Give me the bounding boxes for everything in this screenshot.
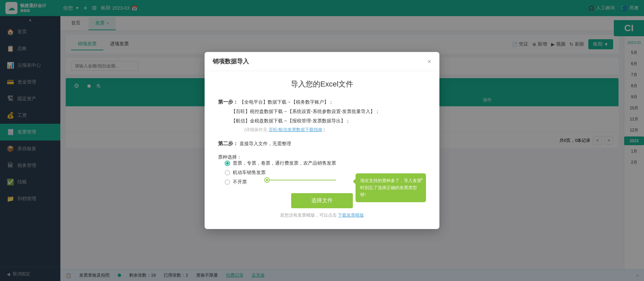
tooltip-close-btn[interactable]: × xyxy=(421,175,423,183)
step1-line2: 【百旺】税控盘数据下载→【系统设置-系统参数设置-发票批量导入】； xyxy=(231,109,380,114)
select-file-button[interactable]: 选择文件 xyxy=(291,193,353,208)
tooltip-line xyxy=(269,180,336,180)
step1-line1: 【全电平台】数据下载→【税务数字账户】； xyxy=(239,99,333,105)
step2-row: 第二步： 直接导入文件，无需整理 xyxy=(218,139,426,148)
tooltip-dot xyxy=(265,178,269,182)
modal-header: 销项数据导入 × xyxy=(205,52,439,71)
modal-close-button[interactable]: × xyxy=(427,58,431,65)
radio-motor-label: 机动车销售发票 xyxy=(233,170,266,176)
step1-line3: 【航信】金税盘数据下载→【报税管理-发票数据导出】； xyxy=(231,118,350,123)
step1-link-suffix: ) xyxy=(323,127,325,132)
radio-general-label: 普票，专票，卷票，通行费发票，农产品销售发票 xyxy=(233,160,336,166)
tooltip-bubble: × 现在支持的票种多了，导入发票时别忘了选择正确的发票类型呀! xyxy=(356,173,426,202)
radio-general-circle xyxy=(225,161,230,166)
step1-guide-link[interactable]: 百旺/航信发票数据下载指南 xyxy=(269,127,322,132)
radio-motor-circle xyxy=(225,170,230,175)
modal-overlay: 销项数据导入 × 导入您的Excel文件 第一步： 【全电平台】数据下载→【税务… xyxy=(0,0,644,281)
modal-body: 导入您的Excel文件 第一步： 【全电平台】数据下载→【税务数字账户】； 【百… xyxy=(205,71,439,229)
step1-link-prefix: (详细操作见 xyxy=(244,127,267,132)
step2-content: 直接导入文件，无需整理 xyxy=(239,141,291,146)
window-maximize-btn[interactable]: □ xyxy=(616,1,630,15)
template-link-row: 若您没有发票模版，可以点击 下载发票模版 xyxy=(218,212,426,218)
window-controls: — □ × xyxy=(599,0,644,15)
modal-main-title: 导入您的Excel文件 xyxy=(218,79,426,89)
ticket-label: 票种选择： xyxy=(218,154,241,160)
step2-label: 第二步： xyxy=(218,140,238,146)
tooltip-text: 现在支持的票种多了，导入发票时别忘了选择正确的发票类型呀! xyxy=(360,178,421,197)
radio-no-invoice-label: 不开票 xyxy=(233,179,247,185)
step1-label: 第一步： xyxy=(218,99,238,105)
ticket-select-row: 票种选择： 普票，专票，卷票，通行费发票，农产品销售发票 × 现在支持的票种多了… xyxy=(218,154,426,185)
radio-group: 普票，专票，卷票，通行费发票，农产品销售发票 × 现在支持的票种多了，导入发票时… xyxy=(218,160,426,185)
modal-title: 销项数据导入 xyxy=(213,57,249,65)
modal-dialog: 销项数据导入 × 导入您的Excel文件 第一步： 【全电平台】数据下载→【税务… xyxy=(205,52,439,229)
template-download-link[interactable]: 下载发票模版 xyxy=(338,213,364,218)
radio-general[interactable]: 普票，专票，卷票，通行费发票，农产品销售发票 × 现在支持的票种多了，导入发票时… xyxy=(225,160,426,166)
template-prefix: 若您没有发票模版，可以点击 xyxy=(280,213,337,218)
radio-no-invoice-circle xyxy=(225,179,230,185)
step1-content: 【全电平台】数据下载→【税务数字账户】； 【百旺】税控盘数据下载→【系统设置-系… xyxy=(218,99,380,123)
step1-row: 第一步： 【全电平台】数据下载→【税务数字账户】； 【百旺】税控盘数据下载→【系… xyxy=(218,97,426,133)
step1-link-row: (详细操作见 百旺/航信发票数据下载指南 ) xyxy=(218,127,426,133)
window-close-btn[interactable]: × xyxy=(630,0,644,15)
window-minimize-btn[interactable]: — xyxy=(599,0,616,15)
